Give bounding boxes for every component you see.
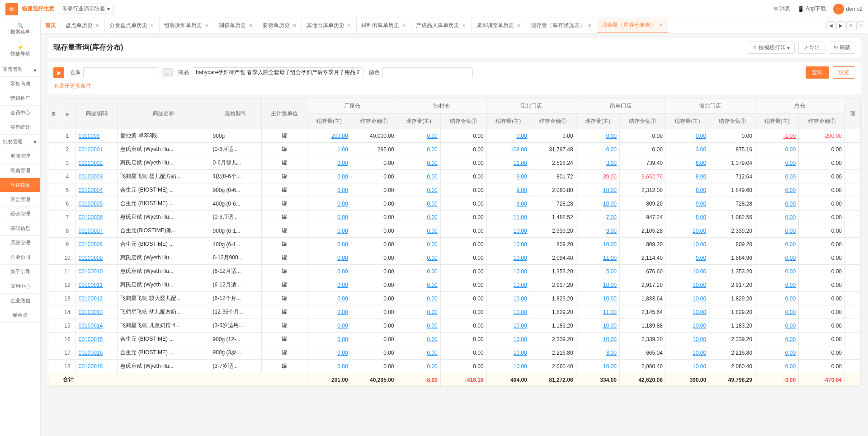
col-code-cell[interactable]: 00100011 (75, 278, 118, 292)
col-lucun-qty-cell[interactable]: 0.00 (397, 305, 440, 319)
company-dropdown[interactable]: 母婴行业演示陈套 ▾ (58, 4, 114, 14)
tab-expand-btn[interactable]: ⤢ (856, 21, 865, 30)
tab-close-icon[interactable]: ✕ (292, 23, 297, 28)
tab-cost-adjust[interactable]: 成本调整单历史 ✕ (472, 18, 526, 33)
print-btn[interactable]: 🖨 按模板打印 ▾ (747, 42, 795, 54)
tab-order[interactable]: 要货单历史 ✕ (258, 18, 302, 33)
col-nanan-qty-cell[interactable]: 10.00 (576, 292, 619, 305)
col-yubei-qty-cell[interactable]: 9.00 (665, 197, 709, 211)
col-yubei-qty-cell[interactable]: 10.00 (665, 238, 709, 251)
col-changjiaCun-qty-cell[interactable]: 0.00 (307, 211, 351, 224)
col-yubei-qty-cell[interactable]: 9.00 (665, 251, 709, 265)
col-lucun-qty-cell[interactable]: 0.00 (397, 143, 440, 156)
sidebar-item-search[interactable]: 🔍 搜索英单 (0, 18, 40, 40)
sidebar-item-finance[interactable]: 资金管理 (0, 192, 40, 207)
tab-close-icon[interactable]: ✕ (94, 23, 100, 28)
warehouse-input[interactable] (83, 67, 159, 78)
col-yubei-qty-cell[interactable]: 8.00 (665, 211, 709, 224)
sidebar-item-wholesale[interactable]: 批发管理 ▼ (0, 135, 40, 149)
col-changjiaCun-qty-cell[interactable]: 0.00 (307, 305, 351, 319)
col-zongcang-qty-cell[interactable]: 0.00 (755, 360, 798, 373)
tab-assemble[interactable]: 组装拆卸单历史 ✕ (160, 18, 214, 33)
col-nanan-qty-cell[interactable]: 11.00 (576, 305, 619, 319)
col-lucun-qty-cell[interactable]: 0.00 (397, 278, 440, 292)
col-nanan-qty-cell[interactable]: -39.00 (576, 170, 619, 183)
search-btn[interactable]: 查询 (806, 66, 829, 79)
sidebar-item-ecommerce[interactable]: 电商管理 (0, 149, 40, 164)
col-changjiaCun-qty-cell[interactable]: 0.00 (307, 224, 351, 238)
col-code-cell[interactable]: 00100010 (75, 265, 118, 278)
col-code-cell[interactable]: 00100003 (75, 170, 118, 183)
col-code-cell[interactable]: 00100002 (75, 156, 118, 170)
col-lucun-qty-cell[interactable]: 0.00 (397, 170, 440, 183)
col-code-cell[interactable]: 00100001 (75, 143, 118, 156)
col-code-cell[interactable]: 00100005 (75, 197, 118, 211)
col-zongcang-qty-cell[interactable]: 0.00 (755, 346, 798, 360)
tab-inventory-check[interactable]: 盘点单历史 ✕ (61, 18, 105, 33)
col-zongcang-qty-cell[interactable]: 0.00 (755, 197, 798, 211)
sidebar-item-wechat[interactable]: 企业微信 (0, 294, 40, 308)
col-zongcang-qty-cell[interactable]: 0.00 (755, 211, 798, 224)
sidebar-item-guide[interactable]: 新手引导 (0, 265, 40, 279)
col-code-cell[interactable]: 00100008 (75, 238, 118, 251)
expand-conditions-btn[interactable]: ⊞ 展开更多条件 (53, 82, 855, 90)
col-lucun-qty-cell[interactable]: 0.00 (397, 251, 440, 265)
col-jiangbei-qty-cell[interactable]: 10.00 (486, 224, 530, 238)
tab-close-icon[interactable]: ✕ (346, 23, 352, 28)
sidebar-item-retail-mall[interactable]: 零售商城 (0, 77, 40, 91)
sidebar-item-basic-info[interactable]: 基础信息 (0, 221, 40, 236)
col-jiangbei-qty-cell[interactable]: 10.00 (486, 278, 530, 292)
sidebar-item-app-center[interactable]: 应用中心 (0, 279, 40, 294)
message-btn[interactable]: ✉ 消息 (774, 5, 790, 13)
col-code-cell[interactable]: 0000003 (75, 129, 118, 143)
col-nanan-qty-cell[interactable]: 7.00 (576, 211, 619, 224)
tab-close-icon[interactable]: ✕ (248, 23, 253, 28)
col-lucun-qty-cell[interactable]: 0.00 (397, 224, 440, 238)
col-jiangbei-qty-cell[interactable]: 0.00 (486, 129, 530, 143)
setting-btn[interactable]: 设置 (833, 66, 855, 79)
col-lucun-qty-cell[interactable]: 0.00 (397, 183, 440, 197)
col-zongcang-qty-cell[interactable]: 0.00 (755, 278, 798, 292)
tab-next-btn[interactable]: ▶ (836, 21, 845, 30)
col-zongcang-qty-cell[interactable]: -1.00 (755, 129, 798, 143)
col-changjiaCun-qty-cell[interactable]: 200.00 (307, 129, 351, 143)
tab-close-all-btn[interactable]: ✕ (846, 21, 855, 30)
col-yubei-qty-cell[interactable]: 10.00 (665, 333, 709, 346)
col-nanan-qty-cell[interactable]: 0.00 (576, 129, 619, 143)
expand-arrow-btn[interactable]: ▶ (53, 67, 64, 78)
sidebar-item-nav[interactable]: ⚡ 快捷导航 (0, 40, 40, 62)
col-code-cell[interactable]: 00100006 (75, 211, 118, 224)
col-changjiaCun-qty-cell[interactable]: 0.00 (307, 183, 351, 197)
col-changjiaCun-qty-cell[interactable]: 0.00 (307, 278, 351, 292)
col-jiangbei-qty-cell[interactable]: 10.00 (486, 346, 530, 360)
col-jiangbei-qty-cell[interactable]: 11.00 (486, 156, 530, 170)
col-jiangbei-qty-cell[interactable]: 10.00 (486, 292, 530, 305)
col-jiangbei-qty-cell[interactable]: 109.00 (486, 143, 530, 156)
sidebar-item-marketing[interactable]: 营销推广 (0, 91, 40, 106)
col-code-cell[interactable]: 00100016 (75, 346, 118, 360)
col-yubei-qty-cell[interactable]: 10.00 (665, 292, 709, 305)
col-changjiaCun-qty-cell[interactable]: 0.00 (307, 156, 351, 170)
col-nanan-qty-cell[interactable]: 10.00 (576, 319, 619, 333)
col-yubei-qty-cell[interactable]: 6.00 (665, 156, 709, 170)
col-code-cell[interactable]: 00100012 (75, 292, 118, 305)
col-yubei-qty-cell[interactable]: 10.00 (665, 305, 709, 319)
col-changjiaCun-qty-cell[interactable]: 0.00 (307, 251, 351, 265)
col-zongcang-qty-cell[interactable]: 0.00 (755, 170, 798, 183)
col-zongcang-qty-cell[interactable]: 0.00 (755, 305, 798, 319)
col-yubei-qty-cell[interactable]: 10.00 (665, 346, 709, 360)
col-yubei-qty-cell[interactable]: 3.00 (665, 143, 709, 156)
col-lucun-qty-cell[interactable]: 0.00 (397, 211, 440, 224)
col-settings[interactable]: ⚙ (48, 98, 59, 129)
col-lucun-qty-cell[interactable]: 0.00 (397, 346, 440, 360)
col-lucun-qty-cell[interactable]: 0.00 (397, 360, 440, 373)
sidebar-item-enterprise[interactable]: 企业协同 (0, 250, 40, 265)
tab-close-icon[interactable]: ✕ (401, 23, 406, 28)
col-zongcang-qty-cell[interactable]: 0.00 (755, 183, 798, 197)
sidebar-item-member[interactable]: 会员中心 (0, 106, 40, 120)
col-zongcang-qty-cell[interactable]: 0.00 (755, 265, 798, 278)
col-yubei-qty-cell[interactable]: 0.00 (665, 129, 709, 143)
col-zongcang-qty-cell[interactable]: 0.00 (755, 333, 798, 346)
tab-product-in[interactable]: 产成品入库单历史 ✕ (411, 18, 472, 33)
col-nanan-qty-cell[interactable]: 5.00 (576, 265, 619, 278)
